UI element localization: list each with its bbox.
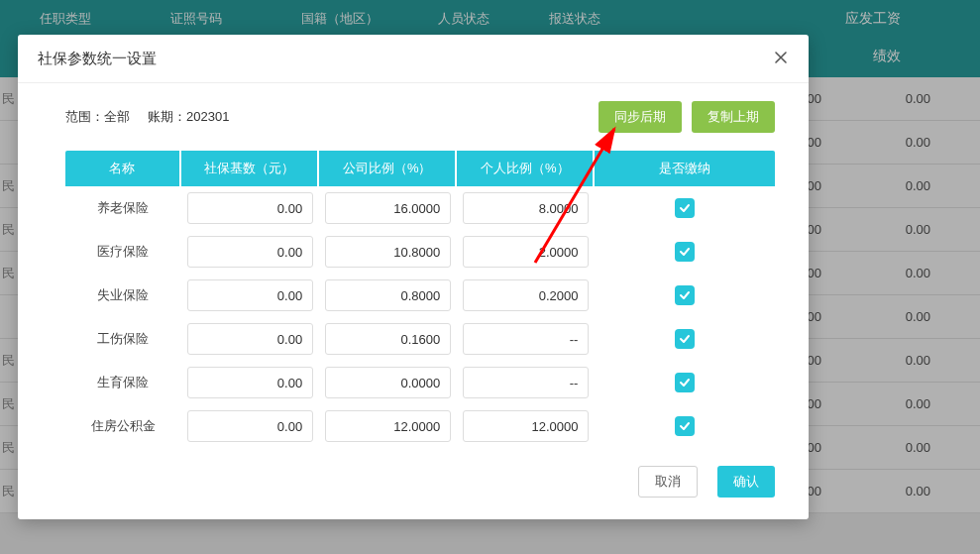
person-rate-input[interactable] <box>463 279 589 311</box>
company-rate-input[interactable] <box>325 192 451 224</box>
person-rate-input[interactable] <box>463 236 589 268</box>
company-rate-input[interactable] <box>325 410 451 442</box>
person-rate-input[interactable] <box>463 367 589 398</box>
pay-checkbox[interactable] <box>675 329 695 349</box>
th-name: 名称 <box>65 151 181 186</box>
check-icon <box>679 289 691 301</box>
company-rate-input[interactable] <box>325 323 451 355</box>
modal-body: 范围：全部 账期：202301 同步后期 复制上期 名称 社保基数（元） 公司比… <box>18 83 809 452</box>
base-input[interactable] <box>187 279 313 311</box>
scope-value: 全部 <box>104 109 130 124</box>
check-icon <box>679 377 691 388</box>
close-icon <box>773 50 789 65</box>
check-icon <box>679 333 691 345</box>
pay-checkbox[interactable] <box>675 198 695 218</box>
insurance-table: 名称 社保基数（元） 公司比例（%） 个人比例（%） 是否缴纳 养老保险医疗保险… <box>65 151 775 448</box>
th-person: 个人比例（%） <box>457 151 595 186</box>
row-name: 工伤保险 <box>65 317 181 361</box>
table-body: 养老保险医疗保险失业保险工伤保险生育保险住房公积金 <box>65 186 775 448</box>
modal-footer: 取消 确认 <box>18 452 809 519</box>
check-icon <box>679 246 691 258</box>
company-rate-input[interactable] <box>325 367 451 398</box>
table-row: 住房公积金 <box>65 404 775 448</box>
period-label: 账期： <box>148 109 186 124</box>
base-input[interactable] <box>187 410 313 442</box>
base-input[interactable] <box>187 192 313 224</box>
base-input[interactable] <box>187 367 313 398</box>
th-company: 公司比例（%） <box>319 151 457 186</box>
person-rate-input[interactable] <box>463 192 589 224</box>
social-insurance-modal: 社保参数统一设置 范围：全部 账期：202301 同步后期 复制上期 名称 社保… <box>18 35 809 519</box>
th-pay: 是否缴纳 <box>595 151 775 186</box>
base-input[interactable] <box>187 323 313 355</box>
base-input[interactable] <box>187 236 313 268</box>
copy-previous-button[interactable]: 复制上期 <box>692 101 775 133</box>
check-icon <box>679 420 691 432</box>
table-row: 养老保险 <box>65 186 775 230</box>
company-rate-input[interactable] <box>325 279 451 311</box>
confirm-button[interactable]: 确认 <box>717 466 775 498</box>
check-icon <box>679 202 691 214</box>
table-row: 医疗保险 <box>65 230 775 274</box>
table-row: 工伤保险 <box>65 317 775 361</box>
sync-later-button[interactable]: 同步后期 <box>599 101 682 133</box>
scope-label: 范围： <box>65 109 104 124</box>
table-row: 生育保险 <box>65 361 775 404</box>
table-row: 失业保险 <box>65 274 775 317</box>
row-name: 住房公积金 <box>65 404 181 448</box>
th-base: 社保基数（元） <box>181 151 319 186</box>
company-rate-input[interactable] <box>325 236 451 268</box>
modal-title: 社保参数统一设置 <box>38 50 157 68</box>
period-value: 202301 <box>186 109 229 124</box>
cancel-button[interactable]: 取消 <box>638 466 698 498</box>
pay-checkbox[interactable] <box>675 373 695 392</box>
pay-checkbox[interactable] <box>675 416 695 436</box>
person-rate-input[interactable] <box>463 323 589 355</box>
info-row: 范围：全部 账期：202301 同步后期 复制上期 <box>65 101 775 133</box>
row-name: 养老保险 <box>65 186 181 230</box>
close-button[interactable] <box>773 49 789 68</box>
period-text: 账期：202301 <box>148 108 229 126</box>
row-name: 生育保险 <box>65 361 181 404</box>
row-name: 失业保险 <box>65 274 181 317</box>
pay-checkbox[interactable] <box>675 285 695 305</box>
pay-checkbox[interactable] <box>675 242 695 262</box>
modal-header: 社保参数统一设置 <box>18 35 809 83</box>
scope-text: 范围：全部 <box>65 108 130 126</box>
row-name: 医疗保险 <box>65 230 181 274</box>
person-rate-input[interactable] <box>463 410 589 442</box>
